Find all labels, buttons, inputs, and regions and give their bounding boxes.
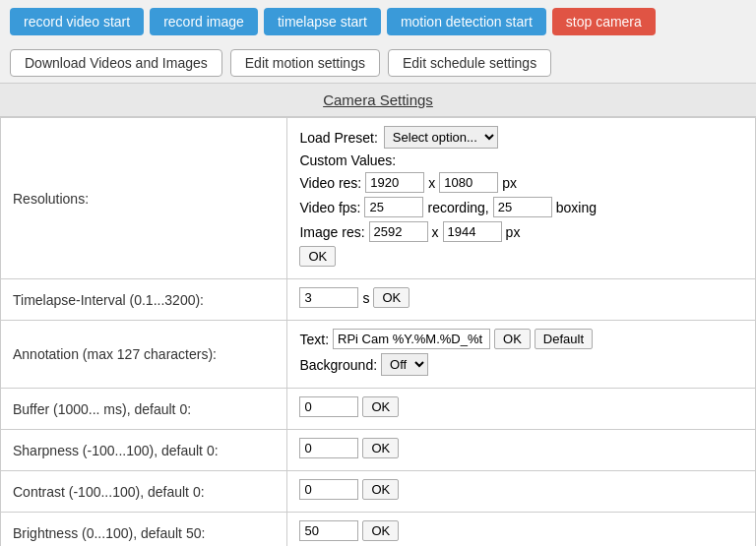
section-title-bar: Camera Settings <box>0 83 756 117</box>
resolutions-value-cell: Load Preset: Select option... Custom Val… <box>287 118 756 279</box>
timelapse-value-cell: s OK <box>287 279 756 321</box>
timelapse-input[interactable] <box>299 287 358 308</box>
sharpness-ok-button[interactable]: OK <box>362 438 399 458</box>
contrast-ok-button[interactable]: OK <box>362 479 399 500</box>
video-fps-input[interactable] <box>364 197 423 217</box>
video-res-unit: px <box>502 175 517 191</box>
buffer-ok-button[interactable]: OK <box>362 396 399 417</box>
contrast-input[interactable] <box>299 479 358 500</box>
load-preset-label: Load Preset: <box>299 130 377 146</box>
sharpness-value-row: OK <box>299 438 743 458</box>
stop-camera-button[interactable]: stop camera <box>552 8 656 35</box>
record-image-button[interactable]: record image <box>150 8 258 35</box>
video-res-label: Video res: <box>299 175 361 191</box>
video-fps-row: Video fps: recording, boxing <box>299 197 743 217</box>
brightness-ok-button[interactable]: OK <box>362 520 399 541</box>
annotation-text-label: Text: <box>299 332 329 347</box>
annotation-text-row: Text: OK Default <box>299 329 743 349</box>
edit-motion-button[interactable]: Edit motion settings <box>230 49 380 77</box>
video-fps-recording-label: recording, <box>427 200 488 215</box>
table-row: Brightness (0...100), default 50: OK <box>1 513 756 547</box>
brightness-value-cell: OK <box>287 513 756 547</box>
sharpness-label: Sharpness (-100...100), default 0: <box>1 430 287 471</box>
buffer-value-cell: OK <box>287 389 756 430</box>
video-res-x-label: x <box>428 175 435 191</box>
video-res-height-input[interactable] <box>439 172 498 193</box>
settings-table: Resolutions: Load Preset: Select option.… <box>0 117 756 546</box>
image-res-height-input[interactable] <box>443 221 502 242</box>
annotation-bg-select[interactable]: Off On <box>381 353 428 376</box>
video-res-row: Video res: x px <box>299 172 743 193</box>
table-row: Buffer (1000... ms), default 0: OK <box>1 389 756 430</box>
contrast-label: Contrast (-100...100), default 0: <box>1 471 287 513</box>
timelapse-unit: s <box>362 290 369 306</box>
buffer-value-row: OK <box>299 396 743 417</box>
annotation-bg-row: Background: Off On <box>299 353 743 376</box>
table-row: Resolutions: Load Preset: Select option.… <box>1 118 756 279</box>
edit-schedule-button[interactable]: Edit schedule settings <box>388 49 551 77</box>
timelapse-value-row: s OK <box>299 287 743 308</box>
video-fps-label: Video fps: <box>299 200 360 215</box>
brightness-label: Brightness (0...100), default 50: <box>1 513 287 547</box>
buffer-input[interactable] <box>299 396 358 417</box>
timelapse-start-button[interactable]: timelapse start <box>264 8 381 35</box>
timelapse-label: Timelapse-Interval (0.1...3200): <box>1 279 287 321</box>
annotation-label: Annotation (max 127 characters): <box>1 321 287 389</box>
contrast-value-row: OK <box>299 479 743 500</box>
image-res-width-input[interactable] <box>369 221 428 242</box>
video-res-width-input[interactable] <box>365 172 424 193</box>
annotation-value-cell: Text: OK Default Background: Off On <box>287 321 756 389</box>
video-fps-boxing-label: boxing <box>556 200 597 215</box>
download-button[interactable]: Download Videos and Images <box>10 49 222 77</box>
resolutions-ok-button[interactable]: OK <box>299 246 336 267</box>
table-row: Timelapse-Interval (0.1...3200): s OK <box>1 279 756 321</box>
record-video-start-button[interactable]: record video start <box>10 8 144 35</box>
resolutions-label: Resolutions: <box>1 118 287 279</box>
custom-values-label-row: Custom Values: <box>299 152 743 168</box>
brightness-input[interactable] <box>299 520 358 541</box>
video-fps-boxing-input[interactable] <box>493 197 552 217</box>
top-action-bar: record video start record image timelaps… <box>0 0 756 43</box>
table-row: Contrast (-100...100), default 0: OK <box>1 471 756 513</box>
contrast-value-cell: OK <box>287 471 756 513</box>
image-res-x-label: x <box>432 224 439 240</box>
timelapse-ok-button[interactable]: OK <box>373 287 410 308</box>
section-title: Camera Settings <box>323 91 433 108</box>
load-preset-row: Load Preset: Select option... <box>299 126 743 149</box>
buffer-label: Buffer (1000... ms), default 0: <box>1 389 287 430</box>
image-res-unit: px <box>506 224 521 240</box>
annotation-bg-label: Background: <box>299 357 377 373</box>
image-res-label: Image res: <box>299 224 364 240</box>
annotation-ok-button[interactable]: OK <box>494 329 531 349</box>
nav-bar: Download Videos and Images Edit motion s… <box>0 43 756 83</box>
annotation-text-input[interactable] <box>333 329 490 349</box>
annotation-default-button[interactable]: Default <box>535 329 593 349</box>
sharpness-value-cell: OK <box>287 430 756 471</box>
table-row: Sharpness (-100...100), default 0: OK <box>1 430 756 471</box>
brightness-value-row: OK <box>299 520 743 541</box>
load-preset-select[interactable]: Select option... <box>384 126 498 149</box>
table-row: Annotation (max 127 characters): Text: O… <box>1 321 756 389</box>
custom-values-label: Custom Values: <box>299 152 396 168</box>
resolutions-ok-row: OK <box>299 246 743 267</box>
motion-detection-start-button[interactable]: motion detection start <box>387 8 546 35</box>
sharpness-input[interactable] <box>299 438 358 458</box>
image-res-row: Image res: x px <box>299 221 743 242</box>
